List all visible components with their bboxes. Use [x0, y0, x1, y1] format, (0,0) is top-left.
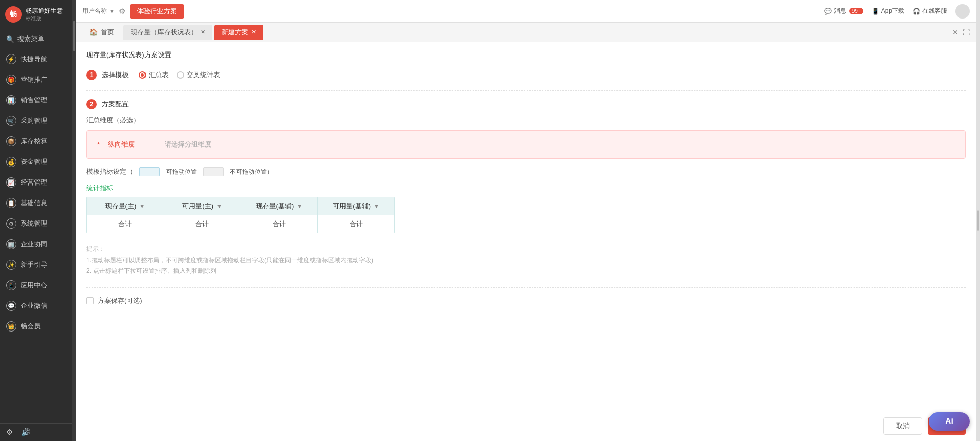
cell-subtotal-0: 合计 — [87, 215, 164, 233]
fixed-indicator-box — [203, 167, 224, 176]
sales-icon: 📊 — [6, 95, 16, 105]
col-current-main[interactable]: 现存量(主) ▼ — [87, 197, 164, 215]
save-option: 方案保存(可选) — [86, 296, 966, 305]
app-download-button[interactable]: 📱 App下载 — [872, 7, 904, 15]
user-area: 用户名称 ▼ — [82, 7, 115, 15]
col1-dropdown-icon[interactable]: ▼ — [216, 203, 222, 209]
sidebar-item-membership[interactable]: 👑 畅会员 — [0, 316, 72, 337]
dimension-required-area[interactable]: * 纵向维度 —— 请选择分组维度 — [86, 130, 966, 159]
stats-table-header: 现存量(主) ▼ 可用量(主) ▼ 现存量(基辅) ▼ 可用量(基辅) — [87, 197, 394, 215]
col2-dropdown-icon[interactable]: ▼ — [297, 203, 302, 209]
hint-1: 1.拖动标题栏可以调整布局，不可跨维度或指标区域拖动栏目字段(只能在同一维度或指… — [86, 255, 966, 266]
sidebar-scrollbar[interactable] — [72, 0, 76, 441]
ai-float-button[interactable]: Ai — [929, 412, 970, 431]
col-available-aux[interactable]: 可用量(基辅) ▼ — [318, 197, 394, 215]
right-resize-handle[interactable] — [976, 0, 980, 441]
required-mark: * — [97, 141, 100, 149]
headset-icon: 🎧 — [913, 8, 920, 15]
sidebar-item-new-guide[interactable]: ✨ 新手引导 — [0, 254, 72, 275]
search-icon: 🔍 — [6, 35, 14, 43]
cell-subtotal-2: 合计 — [241, 215, 318, 233]
hint-section: 提示： 1.拖动标题栏可以调整布局，不可跨维度或指标区域拖动栏目字段(只能在同一… — [86, 244, 966, 277]
sidebar-item-wechat[interactable]: 💬 企业微信 — [0, 296, 72, 316]
message-icon: 💬 — [824, 8, 832, 15]
template-radio-group: 汇总表 交叉统计表 — [139, 70, 220, 80]
step-divider — [86, 90, 966, 91]
app-name: 畅康通好生意 标准版 — [26, 7, 63, 23]
basic-info-icon: 📋 — [6, 198, 16, 208]
hint-2: 2. 点击标题栏下拉可设置排序、插入列和删除列 — [86, 266, 966, 277]
tab-close-all-icon[interactable]: ✕ — [952, 28, 958, 36]
tab-close-new-scheme[interactable]: ✕ — [251, 29, 256, 35]
finance-icon: 💰 — [6, 157, 16, 167]
sidebar-item-system[interactable]: ⚙ 系统管理 — [0, 213, 72, 234]
stats-label: 统计指标 — [86, 183, 966, 193]
tabbar: 🏠 首页 现存量（库存状况表） ✕ 新建方案 ✕ ✕ ⛶ — [76, 23, 976, 42]
sidebar-item-app-center[interactable]: 📱 应用中心 — [0, 275, 72, 296]
step1-number: 1 — [86, 70, 97, 80]
radio-dot-cross — [177, 71, 184, 79]
col-current-aux[interactable]: 现存量(基辅) ▼ — [241, 197, 318, 215]
col0-dropdown-icon[interactable]: ▼ — [139, 203, 145, 209]
online-service-button[interactable]: 🎧 在线客服 — [913, 7, 947, 15]
page-title: 现存量(库存状况表)方案设置 — [86, 50, 966, 60]
save-checkbox[interactable] — [86, 297, 94, 304]
dimension-placeholder: 请选择分组维度 — [165, 140, 211, 149]
sidebar-bottom: ⚙ 🔊 — [0, 423, 72, 441]
sidebar-item-basic-info[interactable]: 📋 基础信息 — [0, 193, 72, 213]
sidebar-item-operations[interactable]: 📈 经营管理 — [0, 172, 72, 193]
enterprise-icon: 🏢 — [6, 239, 16, 249]
message-button[interactable]: 💬 消息 99+ — [824, 7, 863, 15]
footer-bar: 取消 查询 — [76, 411, 976, 441]
wechat-icon: 💬 — [6, 301, 16, 311]
home-icon: 🏠 — [89, 28, 98, 36]
system-icon: ⚙ — [6, 218, 16, 229]
sidebar-item-inventory[interactable]: 📦 库存核算 — [0, 131, 72, 152]
quick-nav-icon: ⚡ — [6, 54, 16, 64]
tab-new-scheme[interactable]: 新建方案 ✕ — [214, 25, 263, 40]
movable-indicator-box — [139, 167, 160, 176]
new-guide-icon: ✨ — [6, 260, 16, 270]
speaker-icon[interactable]: 🔊 — [21, 428, 31, 437]
topbar-left: 用户名称 ▼ ⚙ 体验行业方案 — [82, 4, 820, 19]
tab-inventory-status[interactable]: 现存量（库存状况表） ✕ — [123, 25, 212, 40]
sidebar-item-marketing[interactable]: 🎁 营销推广 — [0, 69, 72, 90]
settings-gear-icon[interactable]: ⚙ — [119, 7, 125, 16]
app-logo-icon: 畅 — [5, 6, 22, 23]
step2-number: 2 — [86, 99, 97, 109]
tab-home[interactable]: 🏠 首页 — [82, 25, 121, 40]
fixed-label: 不可拖动位置） — [230, 168, 273, 176]
sidebar-search[interactable]: 🔍 搜索菜单 — [0, 29, 72, 49]
template-indicator: 模板指标设定（ 可拖动位置 不可拖动位置） — [86, 167, 966, 176]
col-available-main[interactable]: 可用量(主) ▼ — [164, 197, 241, 215]
sidebar-item-enterprise[interactable]: 🏢 企业协同 — [0, 234, 72, 254]
user-dropdown-icon[interactable]: ▼ — [109, 8, 115, 14]
marketing-icon: 🎁 — [6, 75, 16, 85]
movable-label: 可拖动位置 — [166, 168, 197, 176]
sidebar-item-sales[interactable]: 📊 销售管理 — [0, 90, 72, 111]
radio-dot-summary — [139, 71, 146, 79]
settings-icon[interactable]: ⚙ — [6, 428, 13, 437]
tab-expand-icon[interactable]: ⛶ — [963, 28, 970, 36]
radio-cross[interactable]: 交叉统计表 — [177, 70, 220, 80]
membership-icon: 👑 — [6, 321, 16, 332]
tab-close-inventory[interactable]: ✕ — [201, 29, 205, 35]
save-option-label: 方案保存(可选) — [98, 296, 142, 305]
step1-section: 1 选择模板 汇总表 交叉统计表 — [86, 70, 966, 80]
sidebar-item-finance[interactable]: 💰 资金管理 — [0, 152, 72, 172]
radio-summary[interactable]: 汇总表 — [139, 70, 169, 80]
dimension-label: 汇总维度（必选） — [86, 116, 966, 125]
download-icon: 📱 — [872, 8, 879, 15]
sidebar-item-purchase[interactable]: 🛒 采购管理 — [0, 111, 72, 131]
content-area: 现存量(库存状况表)方案设置 1 选择模板 汇总表 交叉统计表 — [76, 42, 976, 411]
purchase-icon: 🛒 — [6, 116, 16, 126]
sidebar-item-quick-nav[interactable]: ⚡ 快捷导航 — [0, 49, 72, 69]
col3-dropdown-icon[interactable]: ▼ — [374, 203, 379, 209]
main-area: 用户名称 ▼ ⚙ 体验行业方案 💬 消息 99+ 📱 App下载 🎧 在线客服 — [76, 0, 976, 441]
industry-solution-button[interactable]: 体验行业方案 — [130, 4, 184, 19]
step2-header: 2 方案配置 — [86, 99, 966, 109]
cell-subtotal-3: 合计 — [318, 215, 394, 233]
user-avatar[interactable] — [955, 4, 970, 19]
cancel-button[interactable]: 取消 — [883, 417, 922, 435]
topbar-right: 💬 消息 99+ 📱 App下载 🎧 在线客服 — [824, 4, 970, 19]
